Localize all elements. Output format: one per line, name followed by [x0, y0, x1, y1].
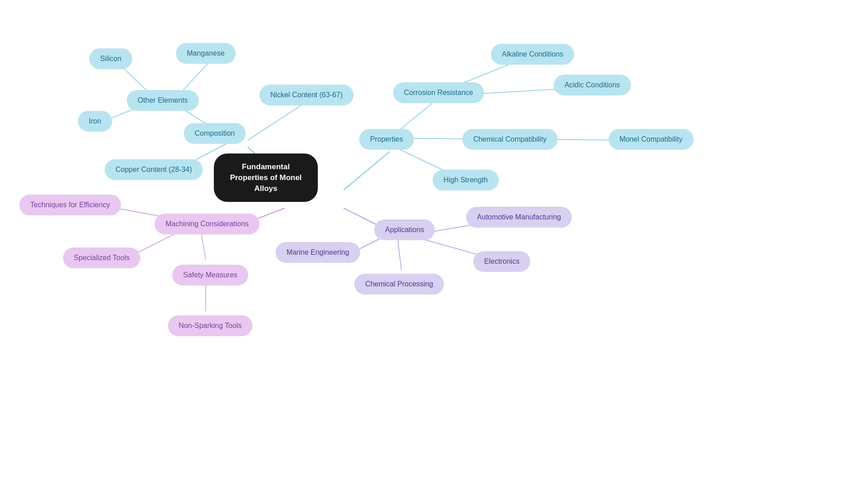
techniques-efficiency-node[interactable]: Techniques for Efficiency [19, 195, 121, 215]
composition-node[interactable]: Composition [184, 123, 246, 144]
acidic-conditions-node[interactable]: Acidic Conditions [554, 75, 631, 95]
svg-line-4 [248, 102, 307, 140]
silicon-node[interactable]: Silicon [89, 48, 132, 69]
center-node[interactable]: Fundamental Properties of Monel Alloys [214, 153, 318, 202]
iron-node[interactable]: Iron [78, 111, 112, 132]
other-elements-node[interactable]: Other Elements [127, 90, 198, 111]
monel-compatibility-node[interactable]: Monel Compatibility [609, 129, 693, 150]
specialized-tools-node[interactable]: Specialized Tools [63, 247, 140, 268]
chemical-compatibility-node[interactable]: Chemical Compatibility [462, 129, 558, 150]
high-strength-node[interactable]: High Strength [433, 170, 499, 190]
automotive-manufacturing-node[interactable]: Automotive Manufacturing [466, 207, 572, 228]
non-sparking-tools-node[interactable]: Non-Sparking Tools [168, 315, 252, 336]
marine-engineering-node[interactable]: Marine Engineering [276, 242, 360, 263]
alkaline-conditions-node[interactable]: Alkaline Conditions [491, 44, 574, 65]
nickel-content-node[interactable]: Nickel Content (63-67) [259, 85, 354, 105]
corrosion-resistance-node[interactable]: Corrosion Resistance [393, 82, 484, 103]
electronics-node[interactable]: Electronics [473, 251, 530, 272]
safety-measures-node[interactable]: Safety Measures [172, 265, 248, 285]
svg-line-18 [201, 233, 206, 260]
copper-content-node[interactable]: Copper Content (28-34) [105, 159, 203, 180]
applications-node[interactable]: Applications [374, 219, 435, 240]
svg-line-1 [344, 152, 390, 190]
svg-line-21 [398, 240, 401, 271]
properties-node[interactable]: Properties [359, 129, 414, 150]
chemical-processing-node[interactable]: Chemical Processing [354, 274, 444, 295]
manganese-node[interactable]: Manganese [176, 43, 236, 64]
machining-considerations-node[interactable]: Machining Considerations [155, 214, 259, 234]
